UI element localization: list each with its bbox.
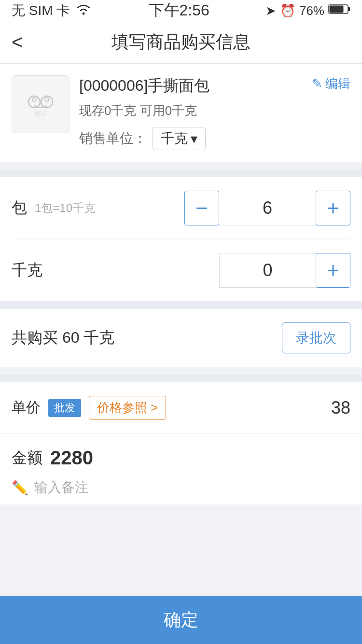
svg-point-7: [45, 98, 49, 101]
status-left: 无 SIM 卡: [12, 1, 92, 20]
svg-point-0: [83, 12, 85, 14]
increase-kg-button[interactable]: +: [316, 253, 350, 288]
amount-label: 金额: [12, 448, 42, 469]
battery-icon: [328, 3, 350, 18]
unit-label: 销售单位：: [79, 129, 147, 148]
quantity-row-kg: 千克 +: [12, 239, 350, 301]
alarm-icon: ⏰: [280, 3, 295, 18]
product-stock: 现存0千克 可用0千克: [79, 102, 350, 119]
product-image: 智计: [12, 75, 70, 133]
confirm-button[interactable]: 确定: [164, 608, 198, 632]
quantity-bao-input[interactable]: [219, 191, 316, 225]
note-row[interactable]: ✏️ 输入备注: [12, 478, 350, 497]
decrease-bao-button[interactable]: −: [184, 191, 219, 225]
quantity-control-bao: − +: [184, 191, 350, 225]
status-bar: 无 SIM 卡 下午2:56 ➤ ⏰ 76%: [0, 0, 362, 21]
total-text: 共购买 60 千克: [12, 327, 114, 349]
svg-point-6: [32, 98, 36, 101]
product-unit-row: 销售单位： 千克 ▾: [79, 127, 350, 150]
product-info: [0000006]手撕面包 现存0千克 可用0千克 销售单位： 千克 ▾: [79, 75, 350, 150]
svg-text:智计: 智计: [35, 111, 46, 117]
status-right: ➤ ⏰ 76%: [265, 3, 350, 18]
total-section: 共购买 60 千克 录批次: [0, 309, 362, 367]
location-icon: ➤: [265, 3, 276, 18]
quantity-hint-bao: 1包=10千克: [35, 200, 96, 216]
battery-text: 76%: [299, 3, 324, 18]
back-button[interactable]: <: [12, 31, 23, 53]
quantity-row-bao: 包 1包=10千克 − +: [12, 177, 350, 239]
price-value: 38: [331, 398, 350, 418]
quantity-control-kg: +: [219, 253, 350, 288]
amount-value: 2280: [50, 447, 93, 469]
price-reference-button[interactable]: 价格参照 >: [89, 396, 166, 420]
increase-bao-button[interactable]: +: [316, 191, 350, 225]
amount-section: 金额 2280 ✏️ 输入备注: [0, 434, 362, 504]
batch-button[interactable]: 录批次: [282, 322, 350, 353]
price-type-badge: 批发: [48, 399, 81, 417]
edit-icon: ✎: [312, 76, 322, 91]
product-name: [0000006]手撕面包: [79, 75, 350, 97]
edit-button[interactable]: ✎ 编辑: [312, 75, 350, 92]
pencil-icon: ✏️: [12, 480, 28, 496]
status-time: 下午2:56: [149, 0, 209, 21]
svg-rect-3: [329, 5, 343, 13]
wifi-icon: [75, 3, 92, 19]
section-divider-2: [0, 301, 362, 309]
price-label: 单价: [12, 398, 41, 418]
sim-label: 无 SIM 卡: [12, 1, 70, 20]
product-card: 智计 [0000006]手撕面包 现存0千克 可用0千克 销售单位： 千克 ▾ …: [0, 64, 362, 162]
note-placeholder: 输入备注: [34, 478, 88, 497]
section-divider-3: [0, 375, 362, 382]
unit-select[interactable]: 千克 ▾: [153, 127, 206, 150]
price-section: 单价 批发 价格参照 > 38: [0, 382, 362, 434]
chevron-down-icon: ▾: [191, 131, 197, 147]
quantity-label-bao: 包 1包=10千克: [12, 197, 96, 219]
quantity-kg-input[interactable]: [219, 253, 316, 288]
confirm-bar[interactable]: 确定: [0, 596, 362, 644]
quantity-section: 包 1包=10千克 − + 千克 +: [0, 177, 362, 301]
svg-rect-2: [348, 7, 350, 11]
quantity-label-kg: 千克: [12, 260, 42, 281]
page-title: 填写商品购买信息: [111, 30, 251, 54]
section-divider-1: [0, 169, 362, 177]
nav-bar: < 填写商品购买信息: [0, 21, 362, 64]
amount-row: 金额 2280: [12, 447, 350, 469]
